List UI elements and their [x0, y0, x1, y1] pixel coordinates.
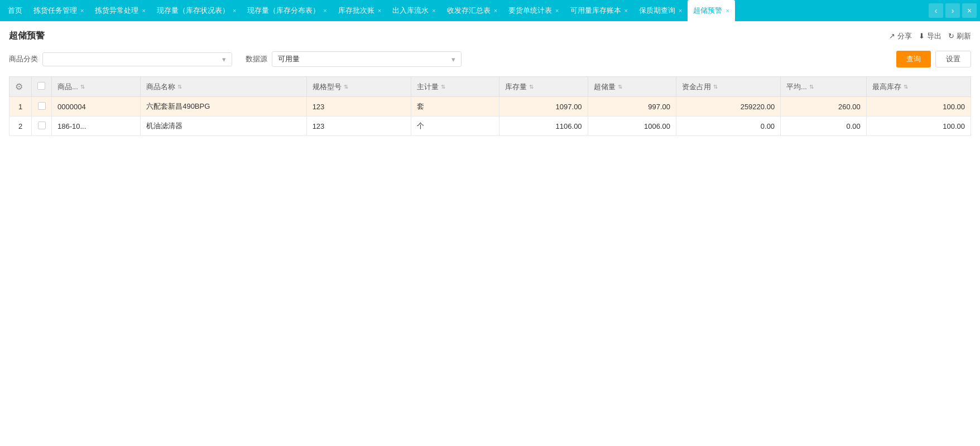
- table-row[interactable]: 2186-10...机油滤清器123个1106.001006.000.000.0…: [9, 117, 971, 136]
- nav-arrow-right[interactable]: ›: [945, 3, 960, 18]
- close-icon-task[interactable]: ×: [80, 7, 84, 14]
- row-checkbox[interactable]: [38, 122, 46, 129]
- share-button[interactable]: ↗ 分享: [889, 31, 912, 41]
- nav-item-batch[interactable]: 库存批次账 ×: [333, 0, 387, 21]
- query-button[interactable]: 查询: [896, 51, 931, 67]
- refresh-button[interactable]: ↻ 刷新: [948, 31, 971, 41]
- nav-item-stock-status[interactable]: 现存量（库存状况表） ×: [151, 0, 242, 21]
- category-label: 商品分类: [9, 54, 38, 64]
- datasource-value: 可用量: [278, 54, 300, 64]
- cell-index: 2: [9, 117, 32, 136]
- nav-label-stock-status: 现存量（库存状况表）: [157, 6, 229, 16]
- nav-item-abnormal[interactable]: 拣货异常处理 ×: [89, 0, 151, 21]
- nav-item-stock-dist[interactable]: 现存量（库存分布表） ×: [242, 0, 332, 21]
- datasource-select[interactable]: 可用量 ▾: [272, 51, 462, 67]
- datasource-chevron-icon: ▾: [451, 55, 455, 64]
- page-content: 超储预警 ↗ 分享 ⬇ 导出 ↻ 刷新 商品分类 ▾ 数据源: [0, 21, 980, 446]
- cell-overstock: 1006.00: [588, 117, 676, 136]
- th-spec[interactable]: 规格型号 ⇅: [306, 77, 411, 97]
- nav-item-expiry[interactable]: 保质期查询 ×: [633, 0, 688, 21]
- cell-stock: 1097.00: [499, 97, 588, 117]
- nav-label-inout: 出入库流水: [392, 6, 429, 16]
- header-actions: ↗ 分享 ⬇ 导出 ↻ 刷新: [889, 31, 971, 41]
- close-icon-stock-dist[interactable]: ×: [323, 7, 326, 14]
- nav-label-home: 首页: [8, 6, 22, 16]
- category-select[interactable]: ▾: [42, 52, 232, 66]
- cell-spec: 123: [306, 117, 411, 136]
- export-icon: ⬇: [919, 32, 925, 40]
- nav-item-order-stat[interactable]: 要货单统计表 ×: [503, 0, 564, 21]
- cell-checkbox: [32, 97, 52, 117]
- filter-row: 商品分类 ▾ 数据源 可用量 ▾ 查询 设置: [9, 51, 971, 67]
- th-overstock[interactable]: 超储量 ⇅: [588, 77, 676, 97]
- close-icon-available[interactable]: ×: [624, 7, 628, 14]
- table-row[interactable]: 10000004六配套新昌490BPG123套1097.00997.002592…: [9, 97, 971, 117]
- cell-code: 186-10...: [52, 117, 141, 136]
- sort-icon-overstock: ⇅: [618, 84, 622, 90]
- close-icon-expiry[interactable]: ×: [679, 7, 682, 14]
- th-gear: ⚙: [9, 77, 32, 97]
- cell-avg: 260.00: [781, 97, 867, 117]
- cell-max: 100.00: [866, 117, 971, 136]
- sort-icon-code: ⇅: [80, 84, 85, 90]
- cell-stock: 1106.00: [499, 117, 588, 136]
- close-icon-overstock[interactable]: ×: [726, 7, 729, 14]
- row-checkbox[interactable]: [38, 102, 46, 110]
- nav-label-task: 拣货任务管理: [33, 6, 77, 16]
- cell-name: 机油滤清器: [141, 117, 306, 136]
- cell-unit: 套: [411, 97, 499, 117]
- data-table: ⚙ 商品... ⇅ 商品名称 ⇅: [9, 76, 971, 136]
- close-icon-batch[interactable]: ×: [378, 7, 381, 14]
- th-capital[interactable]: 资金占用 ⇅: [676, 77, 781, 97]
- filter-buttons: 查询 设置: [896, 51, 971, 67]
- th-name[interactable]: 商品名称 ⇅: [141, 77, 306, 97]
- cell-checkbox: [32, 117, 52, 136]
- datasource-label: 数据源: [246, 54, 267, 64]
- nav-arrow-close[interactable]: ×: [962, 3, 977, 18]
- close-icon-order-stat[interactable]: ×: [555, 7, 559, 14]
- refresh-icon: ↻: [948, 32, 954, 40]
- nav-arrow-left[interactable]: ‹: [929, 3, 943, 18]
- sort-icon-capital: ⇅: [713, 84, 718, 90]
- export-button[interactable]: ⬇ 导出: [919, 31, 941, 41]
- datasource-filter-group: 数据源 可用量 ▾: [246, 51, 462, 67]
- close-icon-abnormal[interactable]: ×: [142, 7, 145, 14]
- cell-max: 100.00: [866, 97, 971, 117]
- th-code[interactable]: 商品... ⇅: [52, 77, 141, 97]
- nav-label-order-stat: 要货单统计表: [508, 6, 552, 16]
- page-header: 超储预警 ↗ 分享 ⬇ 导出 ↻ 刷新: [9, 30, 971, 42]
- cell-overstock: 997.00: [588, 97, 676, 117]
- header-checkbox[interactable]: [37, 82, 45, 90]
- sort-icon-avg: ⇅: [809, 84, 814, 90]
- nav-item-collection[interactable]: 收发存汇总表 ×: [441, 0, 503, 21]
- nav-label-available: 可用量库存账本: [570, 6, 621, 16]
- th-stock[interactable]: 库存量 ⇅: [499, 77, 588, 97]
- sort-icon-max: ⇅: [904, 84, 908, 90]
- sort-icon-spec: ⇅: [344, 84, 348, 90]
- nav-item-home[interactable]: 首页: [2, 0, 28, 21]
- nav-item-inout[interactable]: 出入库流水 ×: [387, 0, 441, 21]
- close-icon-stock-status[interactable]: ×: [233, 7, 236, 14]
- cell-index: 1: [9, 97, 32, 117]
- sort-icon-name: ⇅: [177, 84, 182, 90]
- nav-label-overstock: 超储预警: [693, 6, 722, 16]
- sort-icon-stock: ⇅: [529, 84, 534, 90]
- nav-item-available[interactable]: 可用量库存账本 ×: [565, 0, 633, 21]
- top-navigation: 首页 拣货任务管理 × 拣货异常处理 × 现存量（库存状况表） × 现存量（库存…: [0, 0, 980, 21]
- table-header-row: ⚙ 商品... ⇅ 商品名称 ⇅: [9, 77, 971, 97]
- th-checkbox: [32, 77, 52, 97]
- cell-code: 0000004: [52, 97, 141, 117]
- th-avg[interactable]: 平均... ⇅: [781, 77, 867, 97]
- th-unit[interactable]: 主计量 ⇅: [411, 77, 499, 97]
- th-max[interactable]: 最高库存 ⇅: [866, 77, 971, 97]
- nav-item-overstock[interactable]: 超储预警 ×: [688, 0, 734, 21]
- close-icon-inout[interactable]: ×: [432, 7, 435, 14]
- nav-label-stock-dist: 现存量（库存分布表）: [247, 6, 320, 16]
- gear-icon[interactable]: ⚙: [15, 82, 23, 91]
- settings-button[interactable]: 设置: [935, 51, 971, 67]
- close-icon-collection[interactable]: ×: [494, 7, 497, 14]
- nav-item-task[interactable]: 拣货任务管理 ×: [28, 0, 89, 21]
- category-chevron-icon: ▾: [222, 55, 226, 64]
- cell-unit: 个: [411, 117, 499, 136]
- nav-label-expiry: 保质期查询: [639, 6, 675, 16]
